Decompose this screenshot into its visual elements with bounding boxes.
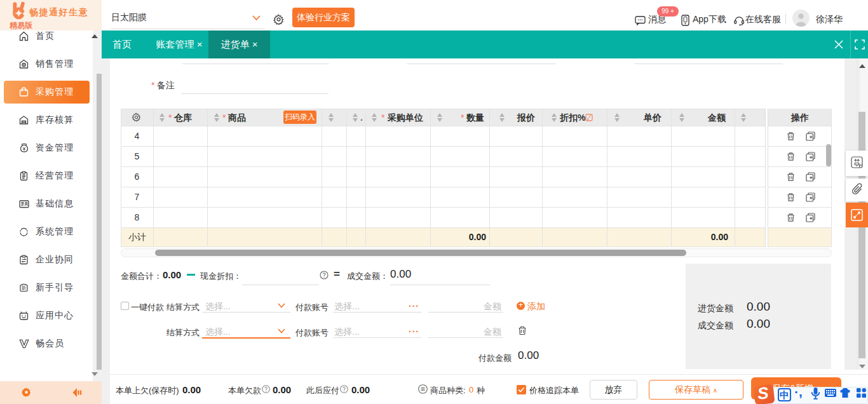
svg-text:新: 新 (22, 285, 27, 291)
